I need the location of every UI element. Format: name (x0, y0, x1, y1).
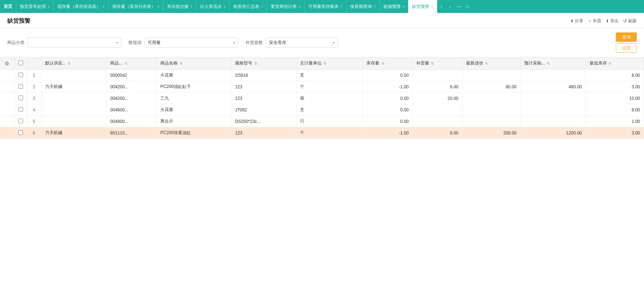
td-checkbox-1[interactable] (14, 81, 27, 93)
tab-inventory-dist-label: 现存量（库存分布表） (112, 4, 156, 10)
th-spec[interactable]: 规格型号 ⇅ (231, 57, 296, 70)
tab-inventory-dist-close[interactable]: × (157, 5, 160, 9)
tab-batch-close[interactable]: × (191, 5, 193, 9)
table-body: 1 0000042 火花塞 SS816 支 0.00 8.00 2 力天机械 0… (0, 70, 644, 139)
tab-home[interactable]: 首页 (0, 0, 16, 13)
th-checkbox[interactable] (14, 57, 27, 70)
tab-shortage[interactable]: 缺货预警 × (408, 0, 437, 13)
tab-minimize-btn[interactable]: — (454, 0, 463, 13)
export-btn[interactable]: ⬇ 导出 (606, 18, 619, 24)
tab-receive-summary-close[interactable]: × (261, 5, 263, 9)
tab-abnormal-close[interactable]: × (48, 5, 50, 9)
select-all-checkbox[interactable] (18, 61, 23, 65)
tab-inout-flow-label: 出入库流水 (200, 4, 222, 10)
row-checkbox-2[interactable] (18, 96, 23, 100)
tab-inventory-dist[interactable]: 现存量（库存分布表） × (109, 0, 164, 13)
th-stock[interactable]: 库存量 ⇅ (363, 57, 413, 70)
th-unit[interactable]: 主计量单位 ⇅ (296, 57, 363, 70)
export-label: 导出 (610, 18, 619, 24)
td-stock-0: 0.00 (363, 70, 413, 81)
th-goods-name[interactable]: 商品名称 ⇅ (157, 57, 231, 70)
tab-req-stats[interactable]: 要货单统计表 × (267, 0, 305, 13)
tab-expiry-close[interactable]: × (374, 5, 376, 9)
category-select[interactable]: ▾ (27, 37, 121, 48)
replenish-base-select[interactable]: 安全库存 ▾ (266, 37, 338, 48)
tab-maximize-btn[interactable]: □ (463, 0, 472, 13)
th-goods-code[interactable]: 商品... ⇅ (106, 57, 157, 70)
th-goods-name-label: 商品名称 (160, 61, 178, 66)
tab-bar: 首页 拣货异常处理 × 现存量（库存状况表） × 现存量（库存分布表） × 库存… (0, 0, 644, 13)
row-checkbox-3[interactable] (18, 107, 23, 112)
tab-expiry[interactable]: 保质期查询 × (347, 0, 380, 13)
td-checkbox-0[interactable] (14, 70, 27, 81)
td-checkbox-4[interactable] (14, 116, 27, 127)
th-latest-price[interactable]: 最新进价 ⇅ (462, 57, 520, 70)
th-latest-price-label: 最新进价 (466, 61, 483, 66)
tab-batch[interactable]: 库存批次账 × (164, 0, 197, 13)
tab-next-btn[interactable]: › (446, 0, 454, 13)
supplier-sort-icon: ⇅ (68, 62, 71, 65)
td-min-stock-1: 3.00 (586, 81, 644, 93)
th-min-stock[interactable]: 最低库存 ⇅ (586, 57, 644, 70)
th-supplier[interactable]: 默认供应... ⇅ (41, 57, 106, 70)
th-est-purchase[interactable]: 预计采购... ⇅ (520, 57, 586, 70)
tab-receive-summary[interactable]: 收发存汇总表 × (230, 0, 267, 13)
refresh-btn[interactable]: ↺ 刷新 (623, 18, 637, 24)
td-checkbox-5[interactable] (14, 127, 27, 139)
tab-shortage-close[interactable]: × (431, 5, 433, 9)
th-replenish-qty[interactable]: 补货量 ⇅ (413, 57, 462, 70)
replenish-base-filter-group: 补货基数 安全库存 ▾ (245, 37, 338, 48)
th-num (27, 57, 41, 70)
tab-overstock-close[interactable]: × (402, 5, 405, 9)
td-est-purchase-5: 1200.00 (520, 127, 586, 139)
unit-sort-icon: ⇅ (323, 62, 326, 65)
tab-inout-flow[interactable]: 出入库流水 × (196, 0, 230, 13)
td-goods-code-2: 004200... (106, 93, 157, 104)
td-settings-3 (0, 104, 14, 116)
td-num-0: 1 (27, 70, 41, 81)
tab-available-ledger-close[interactable]: × (340, 5, 343, 9)
table-row: 6 力天机械 801110... PC200张紧油缸 123 个 -1.00 6… (0, 127, 644, 139)
td-min-stock-3: 8.00 (586, 104, 644, 116)
tab-abnormal[interactable]: 拣货异常处理 × (16, 0, 54, 13)
td-checkbox-3[interactable] (14, 104, 27, 116)
td-supplier-5: 力天机械 (41, 127, 106, 139)
column-settings-icon[interactable]: ⚙ (5, 61, 9, 66)
th-replenish-qty-label: 补货量 (416, 61, 429, 66)
td-spec-0: SS816 (231, 70, 296, 81)
th-settings[interactable]: ⚙ (0, 57, 14, 70)
td-checkbox-2[interactable] (14, 93, 27, 104)
tab-shortage-label: 缺货预警 (412, 4, 429, 10)
min-stock-sort-icon: ⇅ (609, 62, 612, 65)
query-button[interactable]: 查询 (616, 32, 637, 42)
td-min-stock-2: 10.00 (586, 93, 644, 104)
td-goods-code-0: 0000042 (106, 70, 157, 81)
settings-button[interactable]: 设置 (616, 43, 637, 53)
tab-overstock[interactable]: 超储预警 × (380, 0, 409, 13)
category-label: 商品分类 (7, 40, 25, 46)
tab-minimize-icon: — (457, 4, 461, 9)
replenish-btn[interactable]: ＋ 补货 (588, 18, 601, 24)
row-checkbox-5[interactable] (18, 130, 23, 135)
td-unit-4: 只 (296, 116, 363, 127)
tab-req-stats-close[interactable]: × (299, 5, 301, 9)
td-num-4: 5 (27, 116, 41, 127)
tab-available-ledger[interactable]: 可用量库存账本 × (305, 0, 347, 13)
tab-inout-flow-close[interactable]: × (223, 5, 226, 9)
td-goods-code-1: 004200... (106, 81, 157, 93)
td-stock-5: -1.00 (363, 127, 413, 139)
share-btn[interactable]: ⬆ 分享 (570, 18, 583, 24)
tab-inventory-status[interactable]: 现存量（库存状况表） × (54, 0, 109, 13)
td-latest-price-5: 200.00 (462, 127, 520, 139)
row-checkbox-4[interactable] (18, 119, 23, 123)
td-goods-name-2: 三九 (157, 93, 231, 104)
row-checkbox-0[interactable] (18, 72, 23, 77)
td-replenish-qty-2: 20.00 (413, 93, 462, 104)
tab-prev-btn[interactable]: ‹ (437, 0, 446, 13)
tab-inventory-status-close[interactable]: × (103, 5, 105, 9)
tab-receive-summary-label: 收发存汇总表 (233, 4, 259, 10)
table-row: 1 0000042 火花塞 SS816 支 0.00 8.00 (0, 70, 644, 81)
td-num-1: 2 (27, 81, 41, 93)
row-checkbox-1[interactable] (18, 84, 23, 89)
datasource-select[interactable]: 可用量 ▾ (144, 37, 238, 48)
